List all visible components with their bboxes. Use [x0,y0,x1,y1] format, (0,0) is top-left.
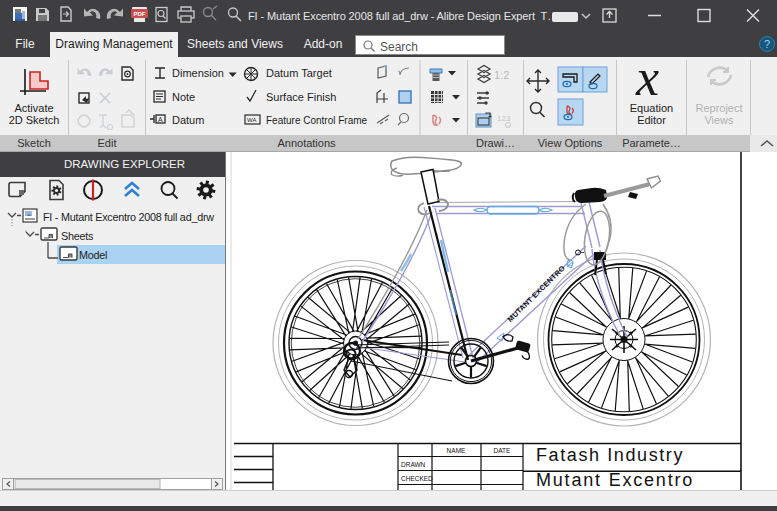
svg-text:DRAWN: DRAWN [401,461,426,468]
svg-text:Fatash Industry: Fatash Industry [536,445,684,465]
svg-text:1:2: 1:2 [494,69,509,81]
svg-text:CHECKED: CHECKED [401,475,433,482]
svg-text:Mutant Excentro: Mutant Excentro [536,470,694,490]
svg-text:Datum Target: Datum Target [266,67,332,79]
svg-text:PDF: PDF [134,11,146,17]
svg-text:?: ? [764,38,770,50]
svg-text:WA: WA [247,117,256,123]
svg-text:x: x [635,57,659,106]
svg-text:Surface Finish: Surface Finish [266,91,336,103]
svg-text:123: 123 [497,114,511,123]
svg-text:Feature Control Frame: Feature Control Frame [266,115,368,126]
svg-text:Note: Note [172,91,195,103]
svg-text:A: A [158,116,163,123]
svg-text:Datum: Datum [172,114,204,126]
svg-text:DATE: DATE [494,447,512,454]
svg-text:NAME: NAME [447,447,466,454]
svg-text:Dimension: Dimension [172,67,224,79]
